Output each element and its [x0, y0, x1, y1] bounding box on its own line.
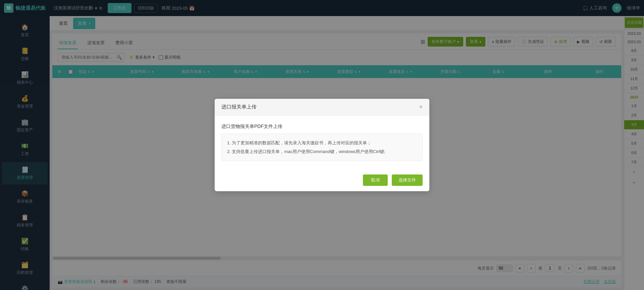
dialog-select-file-button[interactable]: 选择文件 — [392, 174, 423, 186]
dialog-close-icon[interactable]: × — [419, 103, 423, 111]
dialog-header: 进口报关单上传 × — [215, 99, 429, 116]
dialog-section-title: 进口货物报关单PDF文件上传 — [221, 124, 423, 130]
dialog-cancel-button[interactable]: 取消 — [363, 174, 388, 186]
dialog-overlay[interactable]: 进口报关单上传 × 进口货物报关单PDF文件上传 1. 为了更加精准的数据匹配，… — [0, 0, 644, 290]
dialog-footer: 取消 选择文件 — [215, 169, 429, 191]
dialog-info-item2: 2. 支持批量上传进口报关单，mac用户使用Command键，windows用户… — [227, 147, 417, 156]
dialog-body: 进口货物报关单PDF文件上传 1. 为了更加精准的数据匹配，请先录入海关缴款书，… — [215, 116, 429, 169]
dialog-info-item1: 1. 为了更加精准的数据匹配，请先录入海关缴款书，再上传对应的报关单； — [227, 139, 417, 147]
dialog-title: 进口报关单上传 — [221, 104, 257, 110]
dialog-info-box: 1. 为了更加精准的数据匹配，请先录入海关缴款书，再上传对应的报关单； 2. 支… — [221, 134, 423, 161]
import-customs-dialog: 进口报关单上传 × 进口货物报关单PDF文件上传 1. 为了更加精准的数据匹配，… — [215, 99, 429, 191]
